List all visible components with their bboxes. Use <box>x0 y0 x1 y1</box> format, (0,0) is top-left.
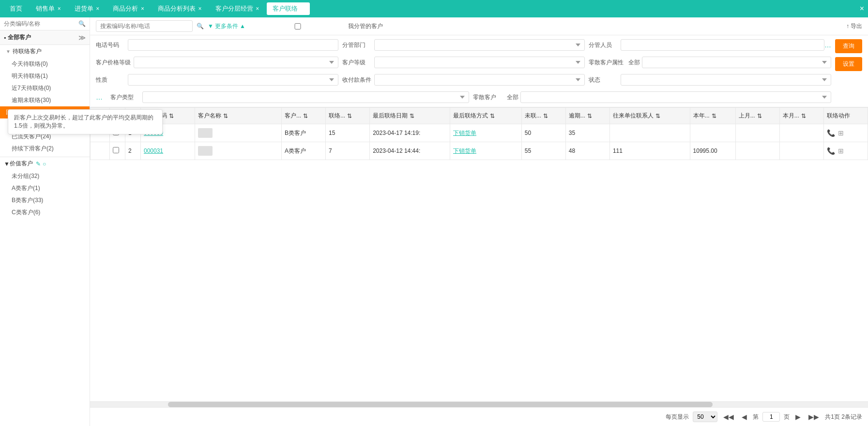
my-customer-filter: 我分管的客户 <box>249 22 383 30</box>
phone-field: 电话号码 <box>96 39 338 51</box>
sort-icon12: ⇅ <box>801 113 806 119</box>
next-page-btn[interactable]: ▶ <box>793 412 803 422</box>
sidebar-pending-7days[interactable]: 近7天待联络(0) <box>0 82 90 94</box>
sidebar-value-group[interactable]: ▼ 价值客户 ✎ ○ <box>0 157 90 170</box>
sidebar-class-c[interactable]: C类客户(6) <box>0 206 90 219</box>
sidebar-collapse-btn[interactable]: ≫ <box>78 34 86 42</box>
col-name[interactable]: 客户名称⇅ <box>195 108 281 124</box>
page-input[interactable] <box>762 412 780 422</box>
dept-select[interactable] <box>374 39 585 51</box>
sidebar-pending-tomorrow[interactable]: 明天待联络(1) <box>0 70 90 82</box>
search-icon[interactable]: 🔍 <box>197 23 204 29</box>
row1-actions: 📞 ⊞ <box>823 124 868 142</box>
nav-customer-segment[interactable]: 客户分层经营 × <box>210 2 265 15</box>
nav-close-segment[interactable]: × <box>256 5 259 12</box>
sidebar-declining[interactable]: 持续下滑客户(2) <box>0 143 90 155</box>
first-page-btn[interactable]: ◀◀ <box>721 412 736 422</box>
sidebar-search-input[interactable] <box>4 20 76 27</box>
nav-close-analysis[interactable]: × <box>141 5 144 12</box>
nav-analysis-list[interactable]: 商品分析列表 × <box>152 2 208 15</box>
add-icon[interactable]: ○ <box>43 161 46 167</box>
my-customer-checkbox[interactable] <box>249 23 346 29</box>
col-no-contact[interactable]: 未联...⇅ <box>521 108 565 124</box>
nav-close-purchase[interactable]: × <box>96 5 99 12</box>
gender-select[interactable] <box>128 74 338 86</box>
table-row: 2 000031 A类客户 7 2023-04-12 14:44: 下销货单 5… <box>91 142 868 160</box>
col-last-date[interactable]: 最后联络日期⇅ <box>370 108 450 124</box>
col-overdue[interactable]: 逾期...⇅ <box>565 108 609 124</box>
row2-last-method[interactable]: 下销货单 <box>450 142 521 160</box>
row1-more-icon[interactable]: ⊞ <box>838 129 844 137</box>
price-level-select[interactable] <box>134 57 338 68</box>
row1-last-method[interactable]: 下销货单 <box>450 124 521 142</box>
prev-page-btn[interactable]: ◀ <box>740 412 749 422</box>
advanced-filters: 电话号码 分管部门 分管人员 … <box>90 35 868 107</box>
nav-sales[interactable]: 销售单 × <box>30 2 67 15</box>
horizontal-scrollbar[interactable] <box>90 401 868 407</box>
grid-icon: ▪ <box>4 34 6 41</box>
sort-icon9: ⇅ <box>655 113 660 119</box>
row2-no-contact: 55 <box>521 142 565 160</box>
col-this-month[interactable]: 本月...⇅ <box>779 108 823 124</box>
phone-input[interactable] <box>128 39 338 51</box>
table-container[interactable]: ⚙ 客户编码⇅ 客户名称⇅ 客户...⇅ <box>90 107 868 401</box>
query-btn[interactable]: 查询 <box>835 39 862 53</box>
row2-select[interactable] <box>113 147 119 153</box>
row1-last-month <box>735 124 779 142</box>
sidebar-ungrouped[interactable]: 未分组(32) <box>0 170 90 182</box>
nav-analysis[interactable]: 商品分析 × <box>107 2 150 15</box>
sidebar-class-b[interactable]: B类客户(33) <box>0 194 90 206</box>
per-page-label: 每页显示 <box>666 413 689 421</box>
person-dots-icon[interactable]: … <box>824 41 831 49</box>
nav-close-contact[interactable]: × <box>301 5 304 12</box>
col-this-year[interactable]: 本年...⇅ <box>690 108 735 124</box>
col-last-month[interactable]: 上月...⇅ <box>735 108 779 124</box>
gender-field: 性质 <box>96 74 338 86</box>
sidebar-pending-today[interactable]: 今天待联络(0) <box>0 58 90 70</box>
retail-customer-select[interactable] <box>520 91 832 103</box>
sidebar-class-a[interactable]: A类客户(1) <box>0 182 90 194</box>
row2-overdue: 48 <box>565 142 609 160</box>
search-input[interactable] <box>96 20 193 32</box>
sidebar-search-icon[interactable]: 🔍 <box>78 20 86 27</box>
window-close-icon[interactable]: × <box>860 4 864 13</box>
nav-purchase[interactable]: 进货单 × <box>69 2 106 15</box>
sidebar-pending-overdue[interactable]: 逾期未联络(30) <box>0 94 90 106</box>
row2-name <box>195 142 281 160</box>
row2-more-icon[interactable]: ⊞ <box>838 147 844 155</box>
col-last-method[interactable]: 最后联络方式⇅ <box>450 108 521 124</box>
of-label: 页 <box>784 413 790 421</box>
payment-select[interactable] <box>374 74 585 86</box>
row2-phone-icon[interactable]: 📞 <box>827 147 835 155</box>
edit-icon[interactable]: ✎ <box>36 161 41 167</box>
row2-settings <box>91 142 110 160</box>
col-type[interactable]: 客户...⇅ <box>282 108 326 124</box>
row2-type: A类客户 <box>282 142 326 160</box>
person-input[interactable] <box>621 39 824 51</box>
customer-type-select[interactable] <box>142 91 469 103</box>
scrollbar-thumb[interactable] <box>168 402 713 407</box>
table-row: 1 000039 B类客户 15 2023-04-17 14:19: 下销货单 … <box>91 124 868 142</box>
col-contact[interactable]: 联络...⇅ <box>326 108 370 124</box>
last-page-btn[interactable]: ▶▶ <box>807 412 821 422</box>
retail-attr-select[interactable] <box>642 57 831 68</box>
nav-home[interactable]: 首页 <box>4 2 28 15</box>
status-select[interactable] <box>621 74 831 86</box>
sidebar-pending-group[interactable]: ▼ 待联络客户 <box>0 45 90 58</box>
nav-close-analysis-list[interactable]: × <box>198 5 202 12</box>
extra-filters-dots[interactable]: … <box>96 93 103 101</box>
customer-level-select[interactable] <box>374 57 585 68</box>
nav-close-sales[interactable]: × <box>58 5 61 12</box>
nav-customer-contact[interactable]: 客户联络 × <box>267 2 310 15</box>
sort-icon6: ⇅ <box>490 113 495 119</box>
sidebar-all-customers[interactable]: ▪ 全部客户 ≫ <box>0 30 90 45</box>
row2-actions: 📞 ⊞ <box>823 142 868 160</box>
col-company-contact[interactable]: 往来单位联系人⇅ <box>609 108 690 124</box>
more-conditions-btn[interactable]: ▼ 更多条件 ▲ <box>208 22 245 30</box>
row2-code[interactable]: 000031 <box>141 142 195 160</box>
per-page-select[interactable]: 50 100 200 <box>693 411 717 422</box>
settings-btn[interactable]: 设置 <box>835 57 862 71</box>
export-btn[interactable]: ↑ 导出 <box>846 22 862 30</box>
arrow-down-icon2: ▼ <box>4 161 10 167</box>
row1-phone-icon[interactable]: 📞 <box>827 129 835 137</box>
